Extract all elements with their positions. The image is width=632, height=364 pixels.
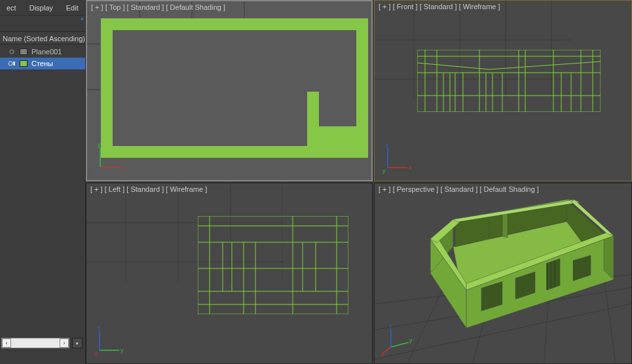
list-item[interactable]: Стены <box>0 58 85 69</box>
viewport-label[interactable]: [ + ] [ Top ] [ Standard ] [ Default Sha… <box>91 3 225 11</box>
column-header-name[interactable]: Name (Sorted Ascending) <box>0 31 85 45</box>
viewport-menu-standard: [ Standard ] <box>127 3 164 11</box>
viewport-perspective[interactable]: [ + ] [ Perspective ] [ Standard ] [ Def… <box>374 183 632 364</box>
object-name: Plane001 <box>31 48 85 56</box>
viewport-top[interactable]: [ + ] [ Top ] [ Standard ] [ Default Sha… <box>86 0 373 181</box>
panel-toggle-button[interactable]: ▪ <box>72 338 83 348</box>
viewport-menu-plus: [ + ] <box>379 3 391 10</box>
svg-line-110 <box>391 342 409 347</box>
svg-point-0 <box>10 50 14 54</box>
color-swatch[interactable] <box>20 48 28 55</box>
object-name: Стены <box>31 60 85 67</box>
viewport-label[interactable]: [ + ] [ Front ] [ Standard ] [ Wireframe… <box>379 3 500 10</box>
menu-bar: ect Display Edit <box>0 0 85 16</box>
svg-point-1 <box>9 62 12 65</box>
axis-tripod-icon: x z y <box>381 141 414 174</box>
scroll-left-button[interactable]: ‹ <box>2 338 11 348</box>
svg-text:z: z <box>98 325 101 331</box>
front-wireframe <box>417 50 601 112</box>
viewport-menu-shading: [ Wireframe ] <box>166 185 207 193</box>
viewport-menu-plus: [ + ] <box>90 185 103 193</box>
viewport-menu-standard: [ Standard ] <box>126 185 164 193</box>
svg-text:z: z <box>95 167 98 173</box>
svg-text:y: y <box>382 168 386 174</box>
viewport-label[interactable]: [ + ] [ Left ] [ Standard ] [ Wireframe … <box>90 185 207 193</box>
svg-marker-91 <box>502 211 508 238</box>
svg-text:x: x <box>381 352 384 357</box>
visibility-toggle-icon[interactable] <box>8 48 16 56</box>
menu-expand-chevron-icon[interactable]: » <box>81 16 83 22</box>
viewport-quad: [ + ] [ Top ] [ Standard ] [ Default Sha… <box>86 0 632 364</box>
viewport-left[interactable]: [ + ] [ Left ] [ Standard ] [ Wireframe … <box>86 183 373 364</box>
viewport-menu-shading: [ Default Shading ] <box>166 3 225 11</box>
viewport-menu-shading: [ Default Shading ] <box>479 185 539 193</box>
svg-text:x: x <box>409 164 412 171</box>
viewport-menu-plus: [ + ] <box>91 3 103 11</box>
scroll-right-button[interactable]: › <box>60 338 69 348</box>
menu-display[interactable]: Display <box>23 2 60 14</box>
scene-explorer-list: Plane001 Стены <box>0 46 85 69</box>
svg-text:z: z <box>389 324 392 330</box>
horizontal-scrollbar[interactable]: ‹ › <box>1 338 69 348</box>
viewport-menu-view: [ Perspective ] <box>393 185 439 193</box>
viewport-menu-view: [ Left ] <box>105 185 125 193</box>
visibility-toggle-icon[interactable] <box>8 60 16 67</box>
menu-select[interactable]: ect <box>0 2 23 14</box>
viewport-front[interactable]: [ + ] [ Front ] [ Standard ] [ Wireframe… <box>374 0 632 181</box>
svg-text:x: x <box>121 164 124 170</box>
viewport-label[interactable]: [ + ] [ Perspective ] [ Standard ] [ Def… <box>379 185 539 193</box>
viewport-menu-standard: [ Standard ] <box>440 185 477 193</box>
color-swatch[interactable] <box>20 60 28 67</box>
svg-text:y: y <box>98 141 101 148</box>
viewport-menu-plus: [ + ] <box>379 185 391 193</box>
axis-tripod-icon: y z x <box>93 324 126 357</box>
menu-edit[interactable]: Edit <box>60 2 85 14</box>
svg-rect-60 <box>198 216 348 314</box>
axis-tripod-icon: x y z <box>94 141 126 173</box>
viewport-menu-view: [ Top ] <box>105 3 125 11</box>
list-item[interactable]: Plane001 <box>0 46 85 58</box>
viewport-menu-view: [ Front ] <box>393 3 418 10</box>
svg-rect-2 <box>13 62 15 65</box>
svg-text:y: y <box>121 347 124 354</box>
perspective-geometry <box>404 200 614 350</box>
viewport-menu-shading: [ Wireframe ] <box>459 3 500 10</box>
viewport-menu-standard: [ Standard ] <box>420 3 457 10</box>
svg-text:z: z <box>386 142 389 149</box>
axis-tripod-icon: y z x <box>381 324 414 357</box>
svg-text:x: x <box>94 350 98 357</box>
left-wireframe <box>198 216 348 314</box>
scene-explorer-panel: ect Display Edit » Name (Sorted Ascendin… <box>0 0 86 364</box>
svg-rect-25 <box>417 50 601 112</box>
svg-text:y: y <box>409 337 413 344</box>
svg-marker-106 <box>547 259 560 290</box>
top-view-geometry <box>100 18 369 158</box>
